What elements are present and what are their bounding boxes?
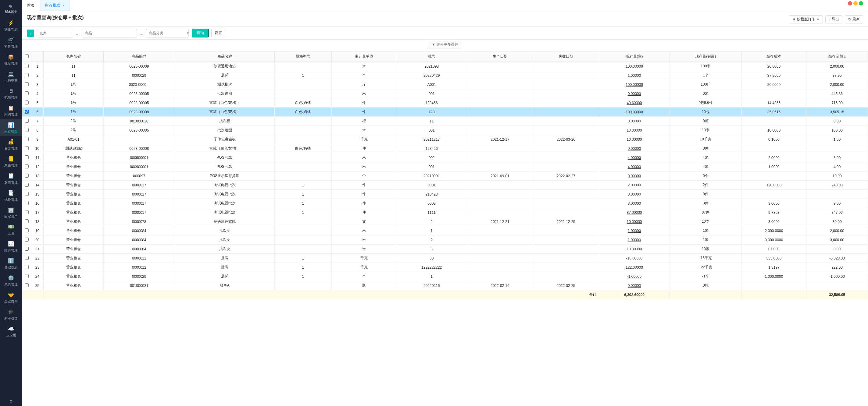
- print-button[interactable]: 🖨 按模版打印 ▼: [789, 15, 823, 24]
- row-qty-main[interactable]: 49.60000: [599, 98, 670, 107]
- row-checkbox[interactable]: [25, 101, 29, 104]
- sidebar-item-tax[interactable]: 📑 税务管理: [0, 187, 22, 204]
- query-button[interactable]: 查询: [192, 29, 209, 37]
- sidebar-item-basic-info[interactable]: ℹ️ 基础信息: [0, 255, 22, 272]
- row-qty-main[interactable]: 1.00000: [599, 226, 670, 235]
- row-checkbox-cell[interactable]: [22, 254, 31, 263]
- row-qty-main[interactable]: 10.00000: [599, 217, 670, 226]
- row-checkbox-cell[interactable]: [22, 62, 31, 71]
- row-checkbox[interactable]: [25, 128, 29, 132]
- row-checkbox-cell[interactable]: [22, 263, 31, 272]
- row-checkbox-cell[interactable]: [22, 144, 31, 153]
- row-checkbox-cell[interactable]: [22, 80, 31, 89]
- row-checkbox[interactable]: [25, 210, 29, 214]
- product-filter[interactable]: [82, 29, 137, 37]
- sidebar-item-wholesale[interactable]: 📦 批发管理: [0, 52, 22, 69]
- row-checkbox-cell[interactable]: [22, 199, 31, 208]
- row-checkbox[interactable]: [25, 247, 29, 251]
- row-checkbox-cell[interactable]: [22, 208, 31, 217]
- sidebar-item-inventory[interactable]: 📊 库存核查: [0, 120, 22, 136]
- row-checkbox-cell[interactable]: [22, 272, 31, 281]
- sidebar-item-collab[interactable]: 🤝 企业协同: [0, 289, 22, 306]
- row-qty-main[interactable]: -1.00000: [599, 272, 670, 281]
- row-qty-main[interactable]: 10.00000: [599, 244, 670, 254]
- row-qty-main[interactable]: 0.00000: [599, 144, 670, 153]
- sidebar-item-mini-ecom[interactable]: 💻 小额电商: [0, 68, 22, 85]
- win-minimize-btn[interactable]: [854, 1, 858, 5]
- sidebar-item-payroll[interactable]: 💵 工资: [0, 221, 22, 238]
- row-checkbox[interactable]: [25, 174, 29, 177]
- row-qty-main[interactable]: 4.00000: [599, 162, 670, 171]
- warehouse-dots[interactable]: ...: [75, 30, 80, 36]
- row-checkbox[interactable]: [25, 283, 29, 287]
- row-checkbox-cell[interactable]: [22, 181, 31, 190]
- row-checkbox[interactable]: [25, 91, 29, 95]
- sidebar-item-invoice[interactable]: 🧾 发票管理: [0, 170, 22, 187]
- row-qty-main[interactable]: 0.00000: [599, 171, 670, 181]
- row-checkbox[interactable]: [25, 146, 29, 150]
- setting-button[interactable]: 设置: [211, 29, 225, 37]
- row-checkbox[interactable]: [25, 265, 29, 269]
- sidebar-item-cloud-app[interactable]: ☁️ 云应用: [0, 323, 22, 340]
- row-checkbox[interactable]: [25, 219, 29, 223]
- warehouse-filter[interactable]: [37, 29, 73, 37]
- row-qty-main[interactable]: 1.00000: [599, 235, 670, 244]
- row-checkbox[interactable]: [25, 110, 29, 113]
- select-all-checkbox[interactable]: [25, 54, 29, 58]
- row-qty-main[interactable]: 100.00000: [599, 62, 670, 71]
- row-checkbox[interactable]: [25, 82, 29, 86]
- row-checkbox-cell[interactable]: [22, 71, 31, 80]
- row-checkbox[interactable]: [25, 238, 29, 241]
- row-checkbox[interactable]: [25, 274, 29, 278]
- tab-inventory-batch[interactable]: 库存批次 ×: [40, 0, 70, 11]
- row-qty-main[interactable]: 122.00000: [599, 263, 670, 272]
- row-qty-main[interactable]: 4.00000: [599, 153, 670, 162]
- row-checkbox-cell[interactable]: [22, 162, 31, 171]
- row-qty-main[interactable]: 0.00000: [599, 89, 670, 98]
- refresh-button[interactable]: ↻ 刷新: [845, 15, 863, 24]
- row-checkbox[interactable]: [25, 183, 29, 187]
- sidebar-item-fixed-assets[interactable]: 🏢 固定资产: [0, 204, 22, 222]
- row-checkbox-cell[interactable]: [22, 89, 31, 98]
- row-checkbox-cell[interactable]: [22, 244, 31, 254]
- sidebar-item-ops[interactable]: 📈 经营管理: [0, 238, 22, 255]
- product-dots[interactable]: ...: [139, 30, 143, 36]
- row-checkbox-cell[interactable]: [22, 126, 31, 135]
- row-checkbox-cell[interactable]: [22, 117, 31, 126]
- row-qty-main[interactable]: 10.00000: [599, 126, 670, 135]
- row-checkbox-cell[interactable]: [22, 135, 31, 144]
- row-checkbox[interactable]: [25, 73, 29, 77]
- row-qty-main[interactable]: 0.00000: [599, 190, 670, 199]
- sidebar-item-finance[interactable]: 💰 资金管理: [0, 136, 22, 153]
- win-close-btn[interactable]: [848, 1, 852, 5]
- sidebar-item-sys-admin[interactable]: ⚙️ 系统管理: [0, 272, 22, 289]
- row-qty-main[interactable]: 100.00000: [599, 107, 670, 117]
- row-checkbox[interactable]: [25, 155, 29, 159]
- row-checkbox-cell[interactable]: [22, 217, 31, 226]
- category-filter[interactable]: [146, 29, 189, 37]
- row-qty-main[interactable]: 0.00000: [599, 281, 670, 290]
- row-qty-main[interactable]: 1.00000: [599, 71, 670, 80]
- row-checkbox-cell[interactable]: [22, 171, 31, 181]
- sidebar-item-ecom[interactable]: 🖥 电商管理: [0, 85, 22, 102]
- sidebar-item-retail[interactable]: 🛒 零售管理: [0, 34, 22, 52]
- row-qty-main[interactable]: 2.00000: [599, 181, 670, 190]
- row-qty-main[interactable]: 0.00000: [599, 117, 670, 126]
- row-qty-main[interactable]: 3.00000: [599, 199, 670, 208]
- sidebar-item-purchase[interactable]: 📋 采购管理: [0, 102, 22, 120]
- row-checkbox-cell[interactable]: [22, 235, 31, 244]
- row-checkbox[interactable]: [25, 137, 29, 141]
- row-qty-main[interactable]: 10.00000: [599, 135, 670, 144]
- row-checkbox[interactable]: [25, 256, 29, 260]
- tab-home[interactable]: 首页: [22, 0, 40, 11]
- win-maximize-btn[interactable]: [859, 1, 863, 5]
- row-checkbox[interactable]: [25, 64, 29, 68]
- export-button[interactable]: ↑ 导出: [825, 15, 842, 24]
- tab-close-icon[interactable]: ×: [62, 3, 65, 8]
- row-qty-main[interactable]: 87.00000: [599, 208, 670, 217]
- row-qty-main[interactable]: 100.00000: [599, 80, 670, 89]
- row-checkbox[interactable]: [25, 119, 29, 123]
- row-checkbox-cell[interactable]: [22, 226, 31, 235]
- row-qty-main[interactable]: -16.00000: [599, 254, 670, 263]
- row-checkbox[interactable]: [25, 201, 29, 205]
